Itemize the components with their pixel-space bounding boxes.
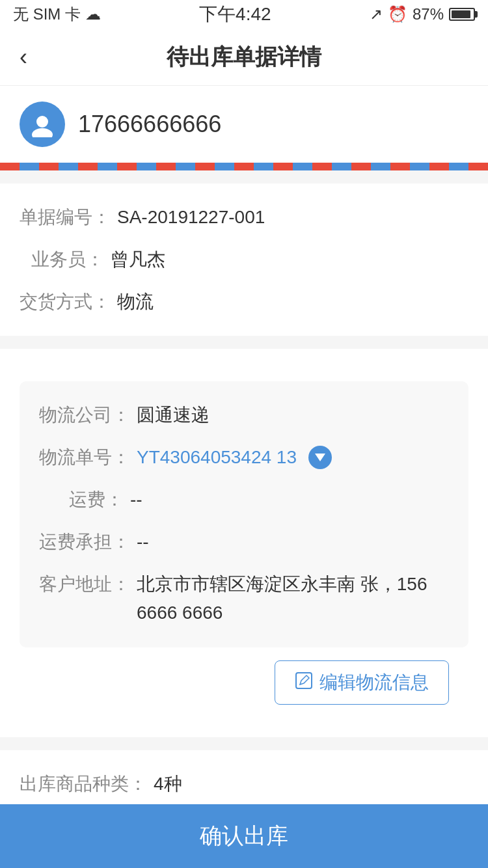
location-icon: ↗ [370, 5, 383, 23]
salesman-value: 曾凡杰 [111, 245, 468, 275]
edit-icon [295, 671, 313, 694]
tracking-label: 物流单号： [39, 443, 137, 472]
freight-bear-value: -- [137, 528, 449, 557]
logistics-company-row: 物流公司： 圆通速递 [39, 401, 449, 430]
page-title: 待出库单据详情 [167, 42, 321, 72]
address-row: 客户地址： 北京市市辖区海淀区永丰南 张，156 6666 6666 [39, 570, 449, 629]
salesman-label: 业务员： [20, 245, 111, 275]
confirm-button[interactable]: 确认出库 [0, 804, 488, 868]
logistics-company-value: 圆通速递 [137, 401, 449, 430]
logistics-section: 物流公司： 圆通速递 物流单号： YT43064053424 13 运费： --… [0, 349, 488, 737]
battery-icon [449, 8, 475, 21]
back-button[interactable]: ‹ [20, 44, 27, 71]
goods-types-value: 4种 [154, 770, 468, 799]
document-number-label: 单据编号： [20, 203, 117, 232]
svg-rect-2 [296, 673, 312, 688]
user-header: 17666666666 [0, 86, 488, 163]
edit-logistics-label: 编辑物流信息 [319, 670, 429, 695]
svg-point-0 [36, 116, 48, 128]
battery-label: 87% [413, 5, 444, 23]
location-pin-icon[interactable] [308, 446, 332, 469]
goods-types-row: 出库商品种类： 4种 [20, 770, 468, 799]
document-number-row: 单据编号： SA-20191227-001 [20, 203, 468, 232]
logistics-company-label: 物流公司： [39, 401, 137, 430]
document-info-section: 单据编号： SA-20191227-001 业务员： 曾凡杰 交货方式： 物流 [0, 183, 488, 336]
delivery-row: 交货方式： 物流 [20, 288, 468, 317]
tracking-value: YT43064053424 13 [137, 443, 449, 472]
dashed-divider [0, 163, 488, 170]
freight-bear-row: 运费承担： -- [39, 528, 449, 557]
salesman-row: 业务员： 曾凡杰 [20, 245, 468, 275]
user-phone: 17666666666 [78, 111, 221, 138]
avatar [20, 102, 65, 147]
edit-logistics-button[interactable]: 编辑物流信息 [275, 660, 449, 705]
freight-value: -- [130, 485, 449, 515]
status-left: 无 SIM 卡 ☁ [13, 4, 101, 25]
edit-logistics-action: 编辑物流信息 [20, 647, 468, 718]
status-right: ↗ ⏰ 87% [370, 5, 475, 23]
sim-status: 无 SIM 卡 ☁ [13, 4, 101, 25]
address-value: 北京市市辖区海淀区永丰南 张，156 6666 6666 [137, 570, 449, 629]
delivery-label: 交货方式： [20, 288, 117, 317]
freight-bear-label: 运费承担： [39, 528, 137, 557]
nav-bar: ‹ 待出库单据详情 [0, 29, 488, 86]
document-number-value: SA-20191227-001 [117, 203, 468, 232]
tracking-row: 物流单号： YT43064053424 13 [39, 443, 449, 472]
confirm-button-label: 确认出库 [200, 823, 288, 848]
delivery-value: 物流 [117, 288, 468, 317]
freight-label: 运费： [39, 485, 130, 515]
alarm-icon: ⏰ [388, 5, 407, 23]
svg-point-1 [32, 128, 53, 137]
freight-row: 运费： -- [39, 485, 449, 515]
address-label: 客户地址： [39, 570, 137, 599]
goods-types-label: 出库商品种类： [20, 770, 154, 799]
logistics-card: 物流公司： 圆通速递 物流单号： YT43064053424 13 运费： --… [20, 381, 468, 647]
status-time: 下午4:42 [199, 2, 271, 27]
status-bar: 无 SIM 卡 ☁ 下午4:42 ↗ ⏰ 87% [0, 0, 488, 29]
